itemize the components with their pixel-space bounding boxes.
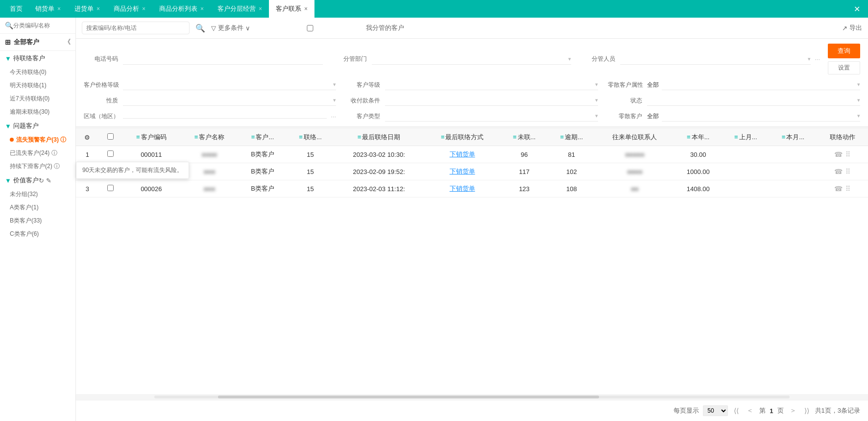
row2-method-link[interactable]: 下销货单	[450, 168, 475, 175]
query-button[interactable]: 查询	[828, 44, 860, 58]
nav-tab-1-close[interactable]: ×	[96, 5, 100, 12]
nav-tab-5[interactable]: 客户联系 ×	[269, 0, 314, 18]
row1-phone-icon[interactable]: ☎	[834, 150, 843, 158]
sidebar-item-c-class[interactable]: C类客户(6)	[0, 227, 75, 241]
scrollbar-thumb[interactable]	[218, 396, 599, 398]
nav-tab-3-close[interactable]: ×	[200, 5, 204, 12]
page-nav-last[interactable]: ⟩⟩	[802, 407, 811, 415]
nav-tab-4-close[interactable]: ×	[259, 5, 262, 12]
row3-phone-icon[interactable]: ☎	[834, 185, 843, 193]
filter-status-select[interactable]: ▾	[647, 95, 860, 106]
page-suffix: 页	[777, 406, 784, 415]
scrollbar-track[interactable]	[154, 396, 790, 398]
col-uncontacted[interactable]: ≡未联...	[501, 129, 548, 146]
sidebar-item-b-class[interactable]: B类客户(33)	[0, 214, 75, 227]
filter-payment-select[interactable]: ▾	[385, 95, 598, 106]
sidebar-section-value[interactable]: ▼ 价值客户 ↻ ✎	[0, 173, 75, 188]
nav-tab-0-close[interactable]: ×	[57, 5, 61, 12]
sidebar-item-today[interactable]: 今天待联络(0)	[0, 66, 75, 79]
col-contact-count[interactable]: ≡联络...	[287, 129, 334, 146]
sidebar-section-problem[interactable]: ▼ 问题客户	[0, 119, 75, 133]
row3-more-icon[interactable]: ⠿	[845, 185, 850, 193]
sidebar-item-churn-warning[interactable]: 流失预警客户(3) ⓘ	[0, 133, 75, 147]
close-all-button[interactable]: ✕	[850, 4, 864, 14]
nav-tab-0[interactable]: 销货单 ×	[28, 0, 68, 18]
refresh-icon[interactable]: ↻	[39, 177, 44, 184]
filter-person-dots[interactable]: ···	[815, 55, 820, 63]
row1-last-method[interactable]: 下销货单	[424, 146, 500, 163]
filter-nature-select[interactable]: ▾	[123, 95, 336, 106]
sidebar-item-7days[interactable]: 近7天待联络(0)	[0, 92, 75, 105]
select-all-checkbox[interactable]	[107, 133, 114, 140]
col-this-year[interactable]: ≡本年...	[675, 129, 722, 146]
chevron-down-icon: ∨	[245, 25, 250, 32]
filter-retail-customer-select[interactable]: ▾	[662, 111, 860, 122]
filter-dept-select[interactable]: ▾	[372, 54, 572, 65]
my-customers-checkbox-label[interactable]: 我分管的客户	[256, 24, 404, 32]
sidebar-item-churned[interactable]: 已流失客户(24) ⓘ	[0, 147, 75, 160]
filter-phone-input[interactable]	[123, 53, 323, 65]
row3-checkbox-cell[interactable]	[99, 180, 122, 198]
filter-customer-level-select[interactable]: ▾	[385, 79, 598, 90]
filter-region-dots[interactable]: ···	[331, 113, 336, 120]
nav-tab-3[interactable]: 商品分析列表 ×	[152, 0, 211, 18]
search-input[interactable]	[82, 22, 190, 34]
filter-customer-type: 客户类型 ▾	[346, 111, 598, 122]
filter-price-level-select[interactable]: ▾	[123, 79, 336, 90]
export-button[interactable]: ↗ 导出	[842, 24, 862, 32]
sidebar-item-a-class[interactable]: A类客户(1)	[0, 201, 75, 214]
nav-tab-1[interactable]: 进货单 ×	[68, 0, 107, 18]
nav-home[interactable]: 首页	[4, 0, 28, 18]
row3-checkbox[interactable]	[107, 185, 114, 191]
row2-last-method[interactable]: 下销货单	[424, 163, 500, 180]
row3-method-link[interactable]: 下销货单	[450, 185, 475, 192]
row2-more-icon[interactable]: ⠿	[845, 168, 850, 175]
filter-customer-type-select[interactable]: ▾	[385, 111, 598, 122]
nav-tab-4[interactable]: 客户分层经营 ×	[211, 0, 269, 18]
page-nav-next[interactable]: ＞	[788, 406, 798, 415]
col-overdue[interactable]: ≡逾期...	[548, 129, 596, 146]
nav-tab-2[interactable]: 商品分析 ×	[107, 0, 152, 18]
sidebar-all-customers[interactable]: ⊞ 全部客户 《	[0, 34, 75, 51]
sidebar-item-declining[interactable]: 持续下滑客户(2) ⓘ	[0, 160, 75, 173]
nav-tab-2-close[interactable]: ×	[142, 5, 145, 12]
gear-icon[interactable]: ⚙	[84, 134, 90, 141]
horizontal-scrollbar[interactable]	[76, 394, 868, 400]
row3-code: 000026	[122, 180, 181, 198]
sidebar-search-input[interactable]	[13, 22, 76, 29]
row1-checkbox[interactable]	[107, 150, 114, 157]
col-last-contact-date[interactable]: ≡最后联络日期	[334, 129, 424, 146]
col-name[interactable]: ≡客户名称	[180, 129, 239, 146]
sidebar-search-box[interactable]: 🔍	[0, 18, 75, 34]
row1-method-link[interactable]: 下销货单	[450, 150, 475, 158]
per-page-select[interactable]: 50 100 200	[703, 405, 728, 416]
filter-retail-attr-select[interactable]: ▾	[662, 79, 860, 90]
sidebar-section-pending[interactable]: ▼ 待联络客户	[0, 51, 75, 66]
collapse-icon[interactable]: 《	[64, 38, 71, 47]
filter-region-select[interactable]	[123, 114, 327, 119]
row1-more-icon[interactable]: ⠿	[845, 150, 850, 158]
col-customer-type[interactable]: ≡客户...	[239, 129, 287, 146]
col-checkbox[interactable]	[99, 129, 122, 146]
col-last-month[interactable]: ≡上月...	[722, 129, 770, 146]
sidebar-item-ungroup[interactable]: 未分组(32)	[0, 188, 75, 201]
col-code[interactable]: ≡客户编码	[122, 129, 181, 146]
search-button[interactable]: 🔍	[195, 24, 205, 33]
sidebar-item-tomorrow[interactable]: 明天待联络(1)	[0, 79, 75, 92]
col-last-contact-method[interactable]: ≡最后联络方式	[424, 129, 500, 146]
page-nav-prev[interactable]: ＜	[745, 406, 755, 415]
more-conditions-toggle[interactable]: ▽ 更多条件 ∨	[211, 24, 250, 32]
my-customers-checkbox[interactable]	[256, 25, 364, 31]
filter-person-select[interactable]: ▾	[620, 54, 811, 65]
col-this-month[interactable]: ≡本月...	[770, 129, 817, 146]
sidebar-item-overdue-contact[interactable]: 逾期未联络(30)	[0, 105, 75, 119]
page-nav-first[interactable]: ⟨⟨	[732, 407, 741, 415]
filter-payment: 收付款条件 ▾	[346, 95, 598, 106]
row2-phone-icon[interactable]: ☎	[834, 168, 843, 175]
settings-button[interactable]: 设置	[828, 61, 860, 74]
row1-checkbox-cell[interactable]	[99, 146, 122, 163]
edit-icon[interactable]: ✎	[46, 177, 51, 184]
nav-tab-5-close[interactable]: ×	[304, 5, 308, 12]
row3-last-method[interactable]: 下销货单	[424, 180, 500, 198]
col-gear[interactable]: ⚙	[76, 129, 99, 146]
